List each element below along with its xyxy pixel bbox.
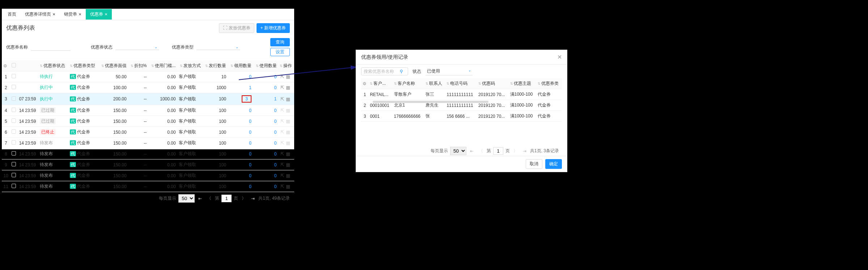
table-row[interactable]: 914 23:59待发布代 代金券150.00--0.00客户领取10000⇱▦: [2, 159, 294, 170]
share-icon[interactable]: ⇱: [280, 96, 284, 102]
column-header[interactable]: ⇅发行数量: [202, 61, 228, 71]
row-checkbox[interactable]: [12, 108, 16, 112]
modal-per-page-select[interactable]: 50: [450, 147, 466, 155]
table-row[interactable]: 1RETAIL...零散客户张三111111111112019120 70...…: [361, 89, 562, 100]
share-icon[interactable]: ⇱: [280, 85, 284, 90]
modal-page-input[interactable]: [493, 147, 503, 155]
share-icon[interactable]: ⇱: [280, 129, 284, 135]
table-row[interactable]: 1待执行代 代金券50.00--0.00客户领取1000⇱▦: [2, 71, 294, 82]
close-icon[interactable]: ✕: [105, 12, 107, 16]
table-row[interactable]: 3000117666666666张156 6666 ...2019120 70.…: [361, 111, 562, 122]
row-checkbox[interactable]: [12, 74, 16, 78]
column-header[interactable]: ⇅优惠码: [477, 78, 509, 89]
filter-name-input[interactable]: [31, 43, 71, 51]
gear-icon[interactable]: ⚙: [3, 63, 7, 68]
table-row[interactable]: 1014 23:59待发布代 代金券150.00--0.00客户领取10000⇱…: [2, 170, 294, 181]
table-row[interactable]: 2执行中代 代金券100.00--0.00客户领取100010⇱▦: [2, 82, 294, 93]
tab-优惠券详情页[interactable]: 优惠券详情页✕: [21, 9, 60, 20]
table-row[interactable]: 614 23:59已终止代 代金券150.00--0.00客户领取10000⇱▦: [2, 127, 294, 138]
share-icon[interactable]: ⇱: [280, 173, 284, 178]
table-row[interactable]: 714 23:59待发布代 代金券150.00--0.00客户领取10000⇱▦: [2, 138, 294, 149]
share-icon[interactable]: ⇱: [280, 119, 284, 124]
close-icon[interactable]: ✕: [557, 54, 562, 61]
query-button[interactable]: 查询: [270, 38, 290, 46]
tab-销货单[interactable]: 销货单✕: [60, 9, 86, 20]
column-header[interactable]: [18, 61, 39, 71]
qrcode-icon[interactable]: ▦: [286, 184, 290, 189]
table-row[interactable]: 414 23:59已过期代 代金券150.00--0.00客户领取10000⇱▦: [2, 105, 294, 116]
qrcode-icon[interactable]: ▦: [286, 96, 290, 102]
share-icon[interactable]: ⇱: [280, 108, 284, 113]
row-checkbox[interactable]: [12, 184, 16, 188]
horizontal-scrollbar[interactable]: [98, 181, 250, 183]
filter-status-select[interactable]: ⌄: [115, 44, 159, 50]
column-header[interactable]: ⇅操作: [278, 61, 294, 71]
modal-status-select[interactable]: 已使用 ⌄: [425, 67, 473, 75]
qrcode-icon[interactable]: ▦: [286, 129, 290, 135]
column-header[interactable]: ⇅发放方式: [177, 61, 203, 71]
row-checkbox[interactable]: [12, 119, 16, 123]
share-icon[interactable]: ⇱: [280, 140, 284, 146]
column-header[interactable]: ⇅联系人: [424, 78, 445, 89]
qrcode-icon[interactable]: ▦: [286, 85, 290, 90]
per-page-select[interactable]: 50: [178, 194, 195, 203]
select-all-checkbox[interactable]: [12, 63, 16, 67]
cancel-button[interactable]: 取消: [526, 159, 542, 169]
share-icon[interactable]: ⇱: [280, 74, 284, 79]
first-page-icon[interactable]: ⇤: [197, 196, 203, 201]
qrcode-icon[interactable]: ▦: [286, 173, 290, 178]
column-header[interactable]: ⇅优惠券类: [536, 78, 562, 89]
column-header[interactable]: ⇅使用门槛...: [148, 61, 177, 71]
row-checkbox[interactable]: [12, 140, 16, 145]
column-header[interactable]: ⚙: [2, 61, 10, 71]
last-page-icon[interactable]: ⇥: [521, 149, 528, 154]
add-coupon-button[interactable]: + 新增优惠券: [257, 23, 290, 33]
next-page-icon[interactable]: 〉: [240, 195, 247, 202]
confirm-button[interactable]: 确定: [545, 159, 562, 169]
column-header[interactable]: ⇅使用数量: [253, 61, 278, 71]
column-header[interactable]: ⇅优惠券状态: [38, 61, 68, 71]
share-icon[interactable]: ⇱: [280, 151, 284, 157]
qrcode-icon[interactable]: ▦: [286, 140, 290, 146]
last-page-icon[interactable]: ⇥: [250, 196, 256, 201]
column-header[interactable]: ⇅折扣%: [128, 61, 148, 71]
tab-优惠券[interactable]: 优惠券✕: [86, 9, 112, 20]
qrcode-icon[interactable]: ▦: [286, 108, 290, 113]
filter-type-select[interactable]: ⌄: [196, 44, 240, 50]
table-row[interactable]: 307 23:59执行中代 代金券200.00--1000.00客户领取1003…: [2, 93, 294, 105]
share-icon[interactable]: ⇱: [280, 184, 284, 189]
settings-button[interactable]: 设置: [270, 48, 290, 56]
prev-page-icon[interactable]: 〈: [477, 148, 484, 154]
column-header[interactable]: ⚙: [361, 78, 368, 89]
column-header[interactable]: ⇅客户...: [368, 78, 392, 89]
modal-search-input[interactable]: ⚲: [361, 67, 408, 75]
column-header[interactable]: ⇅优惠主题: [509, 78, 536, 89]
tab-首页[interactable]: 首页: [3, 9, 21, 20]
row-checkbox[interactable]: [12, 85, 16, 89]
qrcode-icon[interactable]: ▦: [286, 151, 290, 157]
column-header[interactable]: ⇅优惠券类型: [68, 61, 98, 71]
next-page-icon[interactable]: 〉: [512, 148, 519, 154]
row-checkbox[interactable]: [12, 129, 16, 134]
page-input[interactable]: [221, 195, 232, 202]
column-header[interactable]: ⇅客户名称: [393, 78, 424, 89]
row-checkbox[interactable]: [12, 162, 16, 166]
row-checkbox[interactable]: [12, 173, 16, 177]
prev-page-icon[interactable]: 〈: [206, 195, 213, 202]
table-row[interactable]: 814 23:59待发布代 代金券150.00--0.00客户领取10000⇱▦: [2, 149, 294, 159]
column-header[interactable]: ⇅电话号码: [445, 78, 477, 89]
qrcode-icon[interactable]: ▦: [286, 162, 290, 167]
column-header[interactable]: [10, 61, 18, 71]
close-icon[interactable]: ✕: [52, 12, 55, 16]
row-checkbox[interactable]: [12, 96, 16, 101]
row-checkbox[interactable]: [12, 151, 16, 155]
qrcode-icon[interactable]: ▦: [286, 119, 290, 124]
qrcode-icon[interactable]: ▦: [286, 74, 290, 79]
column-header[interactable]: ⇅领用数量: [228, 61, 253, 71]
gear-icon[interactable]: ⚙: [363, 81, 367, 86]
issue-coupon-button[interactable]: ⛶ 发放优惠券: [219, 23, 254, 33]
claim-count-link[interactable]: 3: [242, 95, 251, 103]
column-header[interactable]: ⇅优惠券面值: [98, 61, 128, 71]
horizontal-scrollbar[interactable]: [373, 101, 488, 103]
first-page-icon[interactable]: ⇤: [469, 149, 475, 154]
